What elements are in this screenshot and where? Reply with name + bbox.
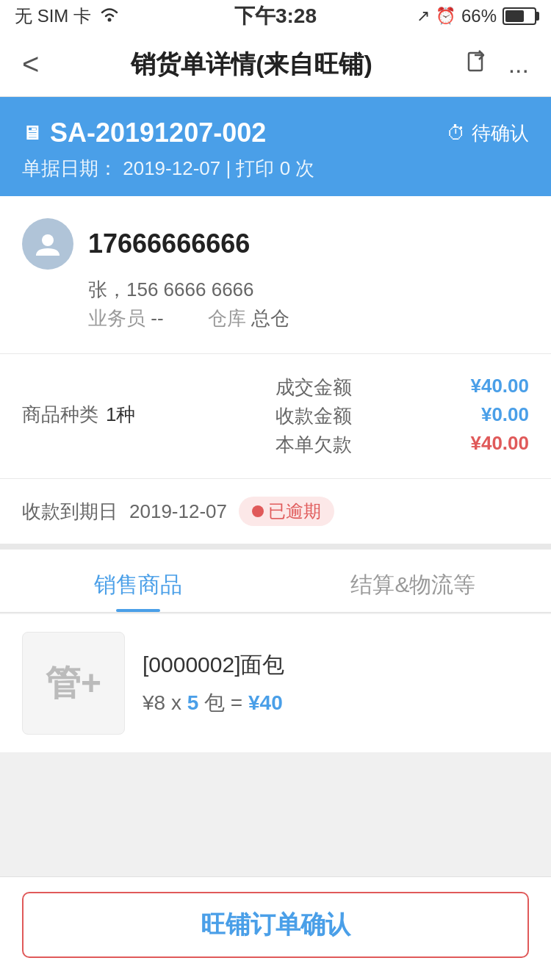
due-date-section: 收款到期日 2019-12-07 已逾期	[0, 479, 551, 550]
time-display: 下午3:28	[234, 2, 317, 30]
salesperson-field: 业务员 --	[88, 306, 164, 331]
battery-icon	[503, 7, 536, 25]
battery-percent: 66%	[461, 6, 497, 26]
status-clock-icon: ⏱	[447, 122, 466, 145]
product-price-row: ¥8 x 5 包 = ¥40	[143, 689, 529, 717]
transaction-amount-row: 成交金额 ¥40.00	[276, 375, 529, 400]
overdue-badge: 已逾期	[239, 497, 334, 526]
product-type-info: 商品种类 1种	[22, 375, 276, 458]
order-date-row: 单据日期： 2019-12-07 | 打印 0 次	[22, 156, 529, 181]
wangpu-confirm-button[interactable]: 旺铺订单确认	[22, 892, 529, 958]
alarm-icon: ⏰	[436, 7, 455, 26]
customer-avatar	[22, 218, 73, 270]
order-type-icon: 🖥	[22, 122, 41, 145]
customer-section: 17666666666 张，156 6666 6666 业务员 -- 仓库 总仓	[0, 196, 551, 354]
product-info: [0000002]面包 ¥8 x 5 包 = ¥40	[143, 650, 529, 717]
svg-point-0	[108, 18, 112, 22]
share-icon[interactable]	[464, 48, 491, 81]
nav-icons: ...	[464, 48, 529, 81]
payment-amount-row: 收款金额 ¥0.00	[276, 403, 529, 429]
location-icon: ↗	[417, 7, 430, 26]
product-name: [0000002]面包	[143, 650, 529, 680]
page-title: 销货单详情(来自旺铺)	[131, 48, 372, 82]
product-item: 管+ [0000002]面包 ¥8 x 5 包 = ¥40	[22, 632, 529, 735]
wifi-icon	[98, 6, 120, 26]
status-left: 无 SIM 卡	[15, 4, 120, 28]
customer-meta: 业务员 -- 仓库 总仓	[88, 306, 529, 331]
amount-info: 成交金额 ¥40.00 收款金额 ¥0.00 本单欠款 ¥40.00	[276, 375, 529, 458]
customer-phone: 17666666666	[88, 228, 250, 259]
back-button[interactable]: <	[22, 48, 39, 81]
customer-name: 张，156 6666 6666	[88, 277, 529, 303]
overdue-dot-icon	[252, 505, 264, 517]
status-right: ↗ ⏰ 66%	[417, 6, 536, 26]
debt-amount-row: 本单欠款 ¥40.00	[276, 432, 529, 458]
tab-settlement[interactable]: 结算&物流等	[276, 550, 551, 612]
stats-section: 商品种类 1种 成交金额 ¥40.00 收款金额 ¥0.00 本单欠款 ¥40.…	[0, 354, 551, 479]
product-thumbnail: 管+	[22, 632, 125, 735]
carrier-text: 无 SIM 卡	[15, 4, 91, 28]
order-status: ⏱ 待确认	[447, 120, 529, 146]
status-bar: 无 SIM 卡 下午3:28 ↗ ⏰ 66%	[0, 0, 551, 32]
warehouse-field: 仓库 总仓	[208, 306, 289, 331]
nav-bar: < 销货单详情(来自旺铺) ...	[0, 32, 551, 97]
tab-section: 销售商品 结算&物流等	[0, 550, 551, 613]
order-banner: 🖥 SA-20191207-002 ⏱ 待确认 单据日期： 2019-12-07…	[0, 97, 551, 196]
product-section: 管+ [0000002]面包 ¥8 x 5 包 = ¥40	[0, 614, 551, 752]
order-id: 🖥 SA-20191207-002	[22, 118, 266, 148]
svg-point-2	[42, 234, 54, 246]
more-icon[interactable]: ...	[508, 50, 529, 79]
product-logo: 管+	[46, 660, 101, 707]
tab-sales-products[interactable]: 销售商品	[0, 550, 276, 612]
bottom-button-area: 旺铺订单确认	[0, 876, 551, 980]
